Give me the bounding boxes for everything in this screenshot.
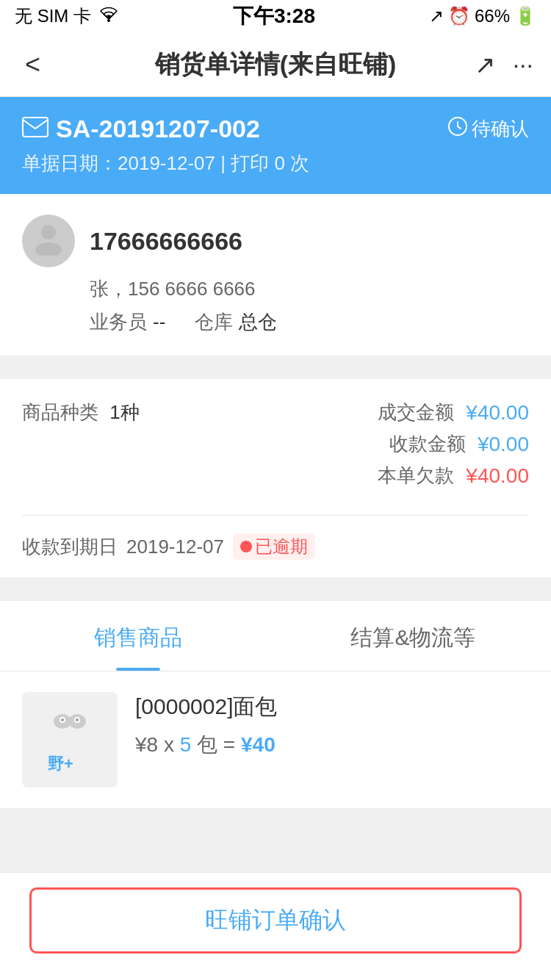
tab-settlement[interactable]: 结算&物流等: [276, 601, 551, 671]
svg-point-9: [61, 718, 64, 721]
page-title: 销货单详情(来自旺铺): [155, 48, 397, 82]
confirm-button-label: 旺铺订单确认: [205, 904, 346, 937]
overdue-badge: 已逾期: [233, 533, 315, 560]
order-id-text: SA-20191207-002: [56, 115, 260, 143]
balance-label: 本单欠款: [378, 463, 454, 489]
warehouse-item: 仓库 总仓: [195, 309, 277, 335]
amount-label: 成交金额: [378, 400, 454, 425]
alarm-icon: ⏰: [448, 6, 470, 26]
warehouse-label: 仓库: [195, 309, 233, 335]
overdue-dot-icon: [240, 541, 252, 552]
category-label: 商品种类: [22, 401, 98, 423]
category-info: 商品种类 1种: [22, 400, 140, 425]
warehouse-value: 总仓: [239, 309, 277, 335]
customer-name: 张，156 6666 6666: [22, 276, 529, 302]
order-date: 单据日期：2019-12-07 | 打印 0 次: [22, 151, 529, 176]
tabs-container: 销售商品 结算&物流等: [0, 601, 551, 671]
status-time: 下午3:28: [233, 2, 315, 30]
customer-avatar: [22, 215, 75, 267]
product-logo: 野+: [48, 705, 92, 775]
avatar-icon: [30, 219, 67, 263]
received-label: 收款金额: [389, 431, 466, 457]
order-header: SA-20191207-002 待确认 单据日期：2019-12-07 | 打印…: [0, 97, 551, 194]
clock-icon: [448, 117, 467, 141]
order-envelope-icon: [22, 115, 48, 143]
svg-point-10: [76, 718, 79, 721]
balance-value: ¥40.00: [466, 464, 529, 488]
svg-rect-1: [23, 118, 48, 137]
product-name: [0000002]面包: [135, 692, 529, 722]
product-section: 野+ [0000002]面包 ¥8 x 5 包 = ¥40: [0, 671, 551, 808]
more-button[interactable]: ···: [513, 50, 533, 79]
customer-phone: 17666666666: [90, 227, 242, 256]
due-date-section: 收款到期日 2019-12-07 已逾期: [0, 516, 551, 577]
salesperson-label: 业务员: [90, 309, 147, 335]
received-row: 收款金额 ¥0.00: [378, 431, 529, 457]
battery-text: 66%: [475, 6, 510, 26]
nav-right-actions: ↗ ···: [475, 50, 533, 79]
tab-sales-products[interactable]: 销售商品: [0, 601, 276, 671]
product-image: 野+: [22, 692, 118, 788]
product-details: [0000002]面包 ¥8 x 5 包 = ¥40: [135, 692, 529, 759]
product-logo-text: 野+: [48, 753, 92, 775]
salesperson-item: 业务员 --: [90, 309, 165, 335]
unit: 包: [197, 733, 217, 756]
back-button[interactable]: <: [18, 42, 48, 87]
amount-row: 成交金额 ¥40.00: [378, 400, 529, 425]
location-icon: ↗: [429, 6, 444, 26]
received-value: ¥0.00: [478, 433, 529, 456]
order-status: 待确认: [448, 116, 529, 142]
svg-point-0: [107, 19, 110, 22]
section-divider-2: [0, 589, 551, 601]
status-left: 无 SIM 卡: [15, 4, 119, 28]
tab-settlement-label: 结算&物流等: [350, 625, 475, 649]
share-button[interactable]: ↗: [475, 50, 495, 79]
nav-bar: < 销货单详情(来自旺铺) ↗ ···: [0, 32, 551, 97]
product-title: 面包: [233, 694, 277, 718]
amounts-info: 成交金额 ¥40.00 收款金额 ¥0.00 本单欠款 ¥40.00: [378, 400, 529, 494]
confirm-order-button[interactable]: 旺铺订单确认: [29, 887, 522, 954]
product-logo-icon: [48, 705, 92, 750]
tab-sales-label: 销售商品: [94, 625, 182, 649]
product-price-formula: ¥8 x 5 包 = ¥40: [135, 731, 529, 759]
multiply-sign: x: [164, 733, 180, 756]
bottom-bar: 旺铺订单确认: [0, 872, 551, 980]
total-price: ¥40: [241, 733, 276, 756]
section-divider-1: [0, 367, 551, 379]
wifi-icon: [98, 6, 119, 26]
order-id: SA-20191207-002: [22, 115, 260, 143]
customer-section: 17666666666 张，156 6666 6666 业务员 -- 仓库 总仓: [0, 194, 551, 356]
customer-meta: 业务员 -- 仓库 总仓: [22, 309, 529, 335]
status-text: 待确认: [472, 116, 529, 142]
stats-section: 商品种类 1种 成交金额 ¥40.00 收款金额 ¥0.00 本单欠款 ¥40.…: [0, 379, 551, 577]
product-code: [0000002]: [135, 694, 233, 718]
unit-price: ¥8: [135, 733, 158, 756]
equals-sign: =: [223, 733, 241, 756]
sim-status: 无 SIM 卡: [15, 4, 91, 28]
salesperson-value: --: [153, 311, 165, 334]
status-right: ↗ ⏰ 66% 🔋: [429, 6, 536, 26]
product-item: 野+ [0000002]面包 ¥8 x 5 包 = ¥40: [22, 692, 529, 788]
svg-point-3: [41, 225, 56, 239]
balance-row: 本单欠款 ¥40.00: [378, 463, 529, 489]
status-bar: 无 SIM 卡 下午3:28 ↗ ⏰ 66% 🔋: [0, 0, 551, 32]
category-value: 1种: [109, 401, 139, 423]
due-date-value: 2019-12-07: [126, 536, 224, 558]
due-date-label: 收款到期日: [22, 534, 118, 560]
battery-icon: 🔋: [514, 6, 536, 26]
overdue-text: 已逾期: [255, 535, 308, 558]
amount-value: ¥40.00: [466, 401, 529, 425]
quantity: 5: [180, 733, 192, 756]
svg-point-4: [35, 242, 62, 256]
